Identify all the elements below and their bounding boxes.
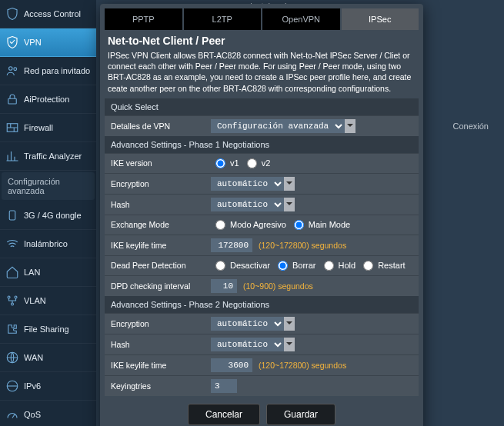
- panel-title: Net-to-Net Client / Peer: [108, 35, 416, 47]
- radio-dpd-restart[interactable]: [363, 261, 373, 271]
- svg-rect-4: [9, 211, 15, 220]
- label-encryption: Encryption: [111, 179, 211, 188]
- radio-dpd-clear[interactable]: [278, 261, 288, 271]
- sidebar-item-traffic-analyzer[interactable]: Traffic Analyzer: [0, 142, 96, 171]
- sidebar-item-label: Access Control: [24, 9, 81, 18]
- select-hash-p1[interactable]: automático: [211, 198, 295, 211]
- sidebar-item-qos[interactable]: QoS: [0, 401, 96, 426]
- globe-icon: [5, 350, 20, 365]
- sidebar-item-label: VLAN: [24, 296, 46, 305]
- section-quick-select: Quick Select: [105, 98, 419, 115]
- svg-point-6: [15, 296, 17, 298]
- radio-main-mode[interactable]: [294, 220, 304, 230]
- select-vpn-details[interactable]: Configuración avanzada: [211, 119, 355, 133]
- input-dpd-interval[interactable]: [211, 279, 237, 293]
- svg-point-7: [12, 303, 14, 305]
- radio-dpd-hold[interactable]: [324, 261, 334, 271]
- home-icon: [5, 265, 20, 280]
- svg-point-5: [8, 296, 10, 298]
- sidebar-item-label: AiProtection: [24, 95, 69, 104]
- input-ike-keylife-p1[interactable]: [211, 238, 252, 252]
- sidebar-item-label: QoS: [24, 410, 41, 419]
- select-encryption-p1[interactable]: automático: [211, 177, 295, 191]
- label-encryption: Encryption: [111, 319, 211, 328]
- radio-label: Main Mode: [309, 220, 350, 229]
- tab-openvpn[interactable]: OpenVPN: [262, 8, 340, 30]
- vpn-settings-panel: PPTP L2TP OpenVPN IPSec Net-to-Net Clien…: [100, 4, 423, 426]
- sidebar-item-vlan[interactable]: VLAN: [0, 287, 96, 315]
- radio-label: Hold: [339, 261, 356, 270]
- sidebar-item-label: Inalámbrico: [24, 239, 68, 248]
- radio-label: v2: [262, 158, 271, 168]
- cancel-button[interactable]: Cancelar: [188, 404, 260, 425]
- sidebar-item-lan[interactable]: LAN: [0, 258, 96, 287]
- protocol-tabs: PPTP L2TP OpenVPN IPSec: [105, 8, 419, 30]
- sidebar-item-aiprotection[interactable]: AiProtection: [0, 85, 96, 114]
- label-dpd: Dead Peer Detection: [111, 261, 211, 270]
- radio-label: Modo Agresivo: [230, 220, 286, 229]
- label-ike-version: IKE version: [111, 158, 211, 168]
- select-hash-p2[interactable]: automático: [211, 338, 295, 351]
- sidebar-item-access-control[interactable]: Access Control: [0, 0, 96, 28]
- sidebar-item-guest-network[interactable]: Red para invitado: [0, 57, 96, 85]
- label-hash: Hash: [111, 200, 211, 209]
- section-phase1: Advanced Settings - Phase 1 Negotiations: [105, 136, 419, 153]
- sidebar-item-label: 3G / 4G dongle: [24, 211, 82, 220]
- sidebar-item-ipv6[interactable]: IPv6: [0, 372, 96, 401]
- input-keyingtries[interactable]: [211, 379, 237, 393]
- sidebar-item-3g4g[interactable]: 3G / 4G dongle: [0, 201, 96, 230]
- radio-dpd-disable[interactable]: [215, 261, 225, 271]
- hint-text: (10~900) segundos: [243, 281, 313, 291]
- input-ike-keylife-p2[interactable]: [211, 358, 252, 372]
- lock-icon: [5, 92, 20, 107]
- radio-aggressive-mode[interactable]: [215, 220, 225, 230]
- sidebar: Access Control VPN Red para invitado AiP…: [0, 0, 96, 426]
- sidebar-item-label: Traffic Analyzer: [24, 151, 82, 161]
- hint-text: (120~172800) segundos: [259, 361, 346, 370]
- label-hash: Hash: [111, 340, 211, 349]
- label-ike-keylife: IKE keylife time: [111, 241, 211, 250]
- chevron-down-icon: [284, 338, 295, 351]
- label-keyingtries: Keyingtries: [111, 381, 211, 391]
- select-encryption-p2[interactable]: automático: [211, 317, 295, 331]
- save-button[interactable]: Guardar: [266, 404, 335, 425]
- section-phase2: Advanced Settings - Phase 2 Negotiations: [105, 296, 419, 313]
- label-exchange-mode: Exchange Mode: [111, 220, 211, 229]
- sidebar-item-vpn[interactable]: VPN: [0, 28, 96, 57]
- tab-l2tp[interactable]: L2TP: [184, 8, 262, 30]
- radio-ike-v2[interactable]: [247, 158, 257, 168]
- firewall-icon: [5, 120, 20, 135]
- chevron-down-icon: [284, 317, 295, 331]
- sidebar-item-wan[interactable]: WAN: [0, 344, 96, 372]
- radio-ike-v1[interactable]: [215, 158, 225, 168]
- tab-pptp[interactable]: PPTP: [105, 8, 182, 30]
- radio-label: Desactivar: [230, 261, 270, 270]
- gauge-icon: [5, 407, 20, 422]
- sidebar-item-label: LAN: [24, 268, 40, 277]
- globe-icon: [5, 378, 20, 394]
- tab-ipsec[interactable]: IPSec: [342, 8, 419, 30]
- sidebar-item-label: Red para invitado: [24, 66, 90, 75]
- sidebar-item-label: File Sharing: [24, 324, 69, 334]
- sidebar-item-label: IPv6: [24, 381, 41, 391]
- label-vpn-details: Detalles de VPN: [111, 121, 211, 131]
- vlan-icon: [5, 293, 20, 308]
- chevron-down-icon: [345, 119, 355, 133]
- column-header-connection: Conexión: [453, 121, 489, 131]
- puzzle-icon: [5, 321, 20, 337]
- svg-point-1: [14, 68, 17, 71]
- sidebar-item-firewall[interactable]: Firewall: [0, 114, 96, 142]
- users-icon: [5, 63, 20, 78]
- sidebar-item-label: WAN: [24, 353, 43, 362]
- radio-label: Borrar: [292, 261, 316, 270]
- chevron-down-icon: [284, 198, 295, 211]
- sidebar-item-filesharing[interactable]: File Sharing: [0, 315, 96, 344]
- sidebar-item-wireless[interactable]: Inalámbrico: [0, 230, 96, 258]
- svg-rect-2: [8, 98, 17, 104]
- hint-text: (120~172800) segundos: [259, 241, 346, 250]
- label-dpd-interval: DPD checking interval: [111, 281, 211, 291]
- shield-check-icon: [5, 35, 20, 50]
- dongle-icon: [5, 208, 20, 223]
- sidebar-section-advanced: Configuración avanzada: [2, 172, 95, 200]
- chevron-down-icon: [284, 177, 295, 191]
